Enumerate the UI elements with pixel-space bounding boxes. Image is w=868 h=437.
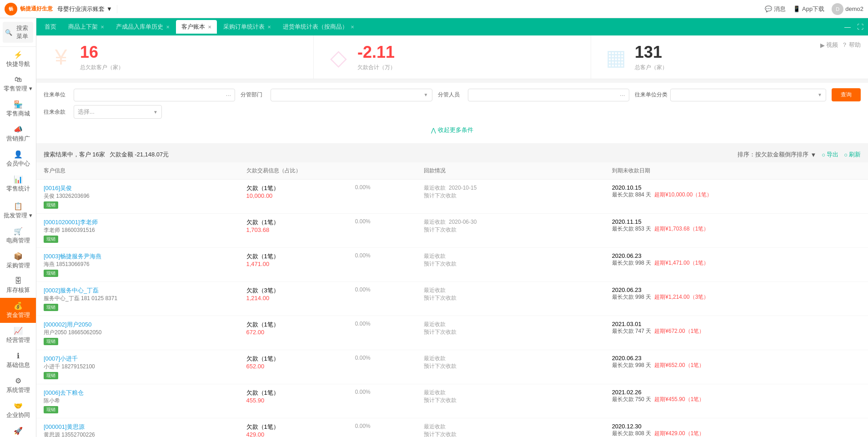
cell-repay-empty-0 [571, 180, 604, 214]
owed-count-0: 欠款（1笔） [246, 184, 341, 192]
customer-name-link-3[interactable]: [0002]服务中心_丁磊 [44, 286, 232, 295]
filter-person-input[interactable]: ··· [468, 89, 629, 101]
filter-area: 往来单位 ··· 分管部门 ▼ 分管人员 [36, 83, 868, 143]
customer-name-link-7[interactable]: [000001]黄思源 [44, 423, 232, 431]
overdue-link-0[interactable]: 超期¥10,000.00（1笔） [654, 191, 712, 198]
stat-info-total-customers: 131 总客户（家） [635, 43, 667, 71]
sidebar-item-operations[interactable]: 📈 经营管理 [0, 323, 36, 348]
tab-customer-account-close[interactable]: ✕ [208, 25, 211, 30]
sidebar-item-enterprise[interactable]: 🤝 企业协同 [0, 398, 36, 423]
sidebar-item-new-guide[interactable]: 🚀 新手引导 [0, 423, 36, 437]
sidebar-item-basic-info[interactable]: ℹ 基础信息 [0, 348, 36, 373]
tab-home[interactable]: 首页 [39, 20, 62, 34]
tab-production-history-close[interactable]: ✕ [166, 25, 170, 30]
customer-name-link-4[interactable]: [000002]用户2050 [44, 321, 232, 329]
overdue-link-5[interactable]: 超期¥652.00（1笔） [654, 362, 704, 368]
avatar: D [832, 3, 843, 15]
query-button[interactable]: 查询 [832, 88, 861, 101]
sort-selector[interactable]: 排序：按欠款金额倒序排序 ▼ [738, 151, 816, 159]
stat-label-total-customers: 总客户（家） [635, 64, 667, 71]
customer-tag-2: 现销 [44, 270, 58, 277]
marketing-label: 营销推广 [6, 135, 30, 142]
cell-owed-pct-0: 0.00% [348, 180, 417, 214]
video-helper-button[interactable]: ▶ 视频 [820, 41, 838, 49]
customer-phone-7: 黄思源 13552700226 [44, 431, 232, 437]
sidebar-item-inventory[interactable]: 🗄 库存核算 [0, 273, 36, 298]
overdue-link-4[interactable]: 超期¥672.00（1笔） [654, 328, 704, 334]
new-guide-icon: 🚀 [2, 427, 34, 435]
cell-repay-2: 最近收款 预计下次收款 [416, 248, 571, 282]
sidebar-item-retail-stats[interactable]: 📊 零售统计 [0, 171, 36, 196]
overdue-link-6[interactable]: 超期¥455.90（1笔） [654, 396, 704, 402]
sidebar-item-system[interactable]: ⚙ 系统管理 [0, 373, 36, 398]
overdue-days-0: 最长欠款 884 天 [612, 191, 653, 198]
table-row: [0001020001]李老师 李老师 18600391516 现销 欠款（1笔… [36, 214, 868, 248]
tab-purchase-product-stats-close[interactable]: ✕ [351, 25, 354, 30]
overdue-link-3[interactable]: 超期¥1,214.00（3笔） [654, 294, 709, 300]
overdue-info-3: 最长欠款 998 天 超期¥1,214.00（3笔） [612, 293, 861, 301]
filter-unit-input[interactable]: ··· [74, 89, 235, 101]
cell-owed-pct-2: 0.00% [348, 248, 417, 282]
filter-balance-input[interactable]: 选择... ▼ [74, 105, 162, 119]
cell-owed-count-7: 欠款（1笔） 429.00 [239, 418, 348, 437]
cell-customer-4: [000002]用户2050 用户2050 18665062050 现销 [36, 316, 239, 350]
tabs-expand-button[interactable]: ⛶ [855, 22, 865, 31]
sidebar-item-quick-nav[interactable]: ⚡ 快捷导航 [0, 47, 36, 72]
filter-unit-dots[interactable]: ··· [226, 91, 231, 99]
overdue-link-1[interactable]: 超期¥1,703.68（1笔） [654, 226, 709, 232]
recent-label-4: 最近收款 [424, 321, 564, 328]
help-button[interactable]: ？ 帮助 [842, 41, 861, 49]
filter-category-input[interactable]: ▼ [670, 89, 826, 101]
tab-product-shelf-close[interactable]: ✕ [100, 25, 104, 30]
main-layout: 🔍 搜索菜单 ⚡ 快捷导航 🛍 零售管理 ▾ 🏪 零售商城 📣 营销推广 👤 会… [0, 18, 868, 437]
overdue-link-7[interactable]: 超期¥429.00（1笔） [654, 430, 704, 437]
tab-purchase-stats-close[interactable]: ✕ [267, 25, 271, 30]
overdue-link-2[interactable]: 超期¥1,471.00（1笔） [654, 260, 709, 266]
cell-overdue-4: 2021.03.01 最长欠款 747 天 超期¥672.00（1笔） [605, 316, 868, 350]
sidebar-item-marketing[interactable]: 📣 营销推广 [0, 121, 36, 146]
refresh-button[interactable]: ○ 刷新 [844, 151, 861, 159]
data-table: 客户信息 欠款交易信息（占比） 回款情况 到期未收款日期 [0016]吴俊 吴俊… [36, 162, 868, 437]
quick-nav-label: 快捷导航 [6, 60, 30, 67]
tab-purchase-product-stats[interactable]: 进货单统计表（按商品） ✕ [277, 20, 360, 34]
user-profile[interactable]: D demo2 [832, 3, 863, 15]
cell-owed-count-0: 欠款（1笔） 10,000.00 [239, 180, 348, 214]
customer-name-link-6[interactable]: [0006]去下粮仓 [44, 389, 232, 397]
tab-product-shelf[interactable]: 商品上下架 ✕ [63, 20, 110, 34]
table-body: [0016]吴俊 吴俊 13026203696 现销 欠款（1笔） 10,000… [36, 180, 868, 437]
message-button[interactable]: 💬 消息 [765, 5, 786, 13]
cell-repay-empty-1 [571, 214, 604, 248]
customer-name-link-1[interactable]: [0001020001]李老师 [44, 218, 232, 226]
customer-name-link-5[interactable]: [0007]小进千 [44, 355, 232, 363]
stat-card-total-customers: ▦ 131 总客户（家） ▶ 视频 ？ 帮助 [591, 35, 868, 79]
cell-customer-6: [0006]去下粮仓 陈小希 现销 [36, 384, 239, 418]
refresh-icon: ○ [844, 151, 848, 158]
tab-customer-account[interactable]: 客户账本 ✕ [176, 20, 217, 34]
tab-production-history[interactable]: 产成品入库单历史 ✕ [110, 20, 175, 34]
customer-name-link-0[interactable]: [0016]吴俊 [44, 184, 232, 192]
sidebar-item-member[interactable]: 👤 会员中心 [0, 146, 36, 171]
tabs-collapse-button[interactable]: — [843, 22, 853, 31]
tab-purchase-stats[interactable]: 采购订单统计表 ✕ [218, 20, 276, 34]
export-button[interactable]: ○ 导出 [822, 151, 838, 159]
sidebar-item-retail-mall[interactable]: 🏪 零售商城 [0, 96, 36, 121]
filter-dept-input[interactable]: ▼ [271, 89, 432, 101]
cell-owed-count-4: 欠款（1笔） 672.00 [239, 316, 348, 350]
owed-pct-4: 0.00% [355, 321, 410, 327]
next-label-7: 预计下次收款 [424, 431, 564, 437]
cell-owed-count-5: 欠款（1笔） 652.00 [239, 350, 348, 384]
customer-name-link-2[interactable]: [0003]畅捷服务尹海燕 [44, 252, 232, 261]
sidebar-item-purchase[interactable]: 📦 采购管理 [0, 248, 36, 273]
sidebar-item-batch-mgmt[interactable]: 📋 批发管理 ▾ [0, 198, 36, 223]
sidebar-item-finance[interactable]: 💰 资金管理 [0, 298, 36, 323]
collapse-button[interactable]: ⋀ 收起更多条件 [427, 124, 477, 136]
search-menu-button[interactable]: 🔍 搜索菜单 [3, 22, 33, 43]
cell-overdue-0: 2020.10.15 最长欠款 884 天 超期¥10,000.00（1笔） [605, 180, 868, 214]
store-selector[interactable]: 母婴行业演示账套 ▼ [53, 5, 117, 13]
sidebar-item-retail-mgmt[interactable]: 🛍 零售管理 ▾ [0, 72, 36, 96]
sidebar-item-ecommerce[interactable]: 🛒 电商管理 [0, 223, 36, 248]
filter-person-dots[interactable]: ··· [620, 91, 625, 99]
cell-overdue-2: 2020.06.23 最长欠款 998 天 超期¥1,471.00（1笔） [605, 248, 868, 282]
app-download-button[interactable]: 📱 App下载 [793, 5, 824, 13]
owed-pct-7: 0.00% [355, 423, 410, 429]
